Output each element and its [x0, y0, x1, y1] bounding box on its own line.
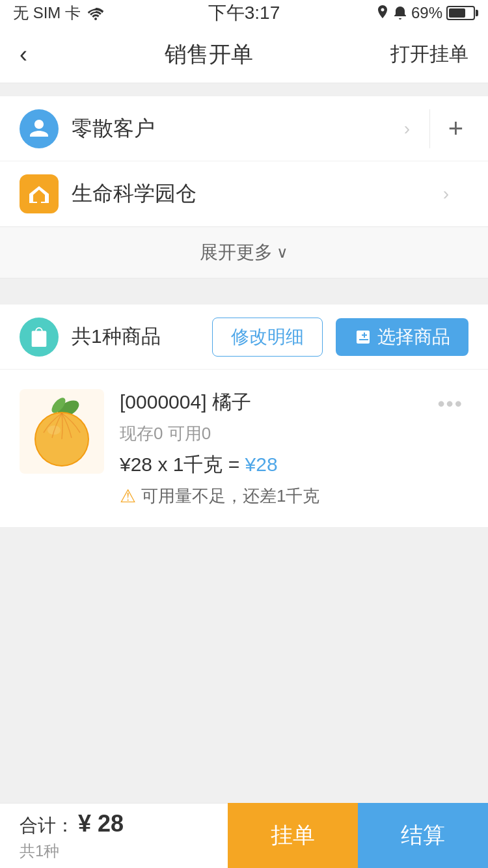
product-total-price: ¥28: [245, 454, 278, 475]
product-price-formula: ¥28 x 1千克 =: [120, 454, 245, 475]
product-item: [0000004] 橘子 现存0 可用0 ¥28 x 1千克 = ¥28 ⚠ 可…: [0, 370, 488, 528]
section-divider-2: [0, 278, 488, 292]
status-right: 69%: [376, 4, 475, 22]
open-pending-button[interactable]: 打开挂单: [390, 41, 468, 68]
footer: 合计： ¥ 28 共1种 挂单 结算: [0, 803, 488, 868]
warehouse-row[interactable]: 生命科学园仓 ›: [0, 161, 488, 226]
product-info: [0000004] 橘子 现存0 可用0 ¥28 x 1千克 = ¥28 ⚠ 可…: [120, 389, 468, 508]
product-header: 共1种商品 修改明细 选择商品: [0, 305, 488, 370]
total-label: 合计：: [20, 813, 74, 838]
status-bar: 无 SIM 卡 下午3:17 69%: [0, 0, 488, 26]
product-name-text: 橘子: [212, 391, 251, 413]
expand-more-text: 展开更多: [200, 240, 273, 265]
customer-chevron-icon: ›: [404, 118, 410, 139]
footer-total: 合计： ¥ 28 共1种: [0, 803, 228, 868]
carrier-text: 无 SIM 卡: [13, 3, 81, 23]
add-customer-button[interactable]: +: [429, 109, 468, 148]
back-button[interactable]: ‹: [20, 41, 27, 68]
product-more-button[interactable]: •••: [432, 389, 468, 418]
wifi-icon: [86, 6, 105, 20]
battery-icon: [446, 6, 475, 20]
person-icon: [27, 117, 51, 141]
total-amount: ¥ 28: [78, 810, 124, 837]
select-product-button[interactable]: 选择商品: [336, 318, 468, 356]
warehouse-icon: [20, 174, 59, 213]
store-icon: [27, 182, 51, 206]
product-warning-text: 可用量不足，还差1千克: [141, 485, 319, 508]
product-warning: ⚠ 可用量不足，还差1千克: [120, 485, 319, 508]
total-sub: 共1种: [20, 841, 208, 861]
checkout-button[interactable]: 结算: [358, 803, 488, 868]
customer-avatar: [20, 109, 59, 148]
hang-order-button[interactable]: 挂单: [228, 803, 358, 868]
nav-title: 销售开单: [165, 40, 253, 70]
modify-detail-button[interactable]: 修改明细: [212, 318, 323, 357]
product-price: ¥28 x 1千克 = ¥28: [120, 452, 319, 478]
alarm-icon: [393, 5, 407, 21]
product-name: [0000004] 橘子: [120, 389, 319, 416]
status-time: 下午3:17: [208, 1, 280, 25]
orange-image: [23, 392, 101, 470]
product-image: [20, 389, 104, 474]
expand-more-arrow: ∨: [277, 243, 288, 262]
nav-bar: ‹ 销售开单 打开挂单: [0, 26, 488, 83]
select-product-icon: [354, 328, 372, 346]
warning-icon: ⚠: [120, 485, 136, 507]
section-divider-1: [0, 83, 488, 96]
customer-row[interactable]: 零散客户 › +: [0, 96, 488, 161]
shopping-bag-icon: [28, 326, 50, 348]
warehouse-chevron-icon: ›: [443, 183, 449, 204]
product-stock: 现存0 可用0: [120, 422, 319, 445]
product-count-text: 共1种商品: [72, 323, 212, 350]
location-icon: [376, 5, 389, 21]
warehouse-name: 生命科学园仓: [72, 180, 443, 208]
expand-more-button[interactable]: 展开更多 ∨: [0, 226, 488, 278]
content-spacer: [0, 528, 488, 788]
battery-percent: 69%: [411, 4, 442, 22]
status-left: 无 SIM 卡: [13, 3, 105, 23]
customer-name: 零散客户: [72, 115, 404, 143]
product-count-icon: [20, 318, 59, 357]
